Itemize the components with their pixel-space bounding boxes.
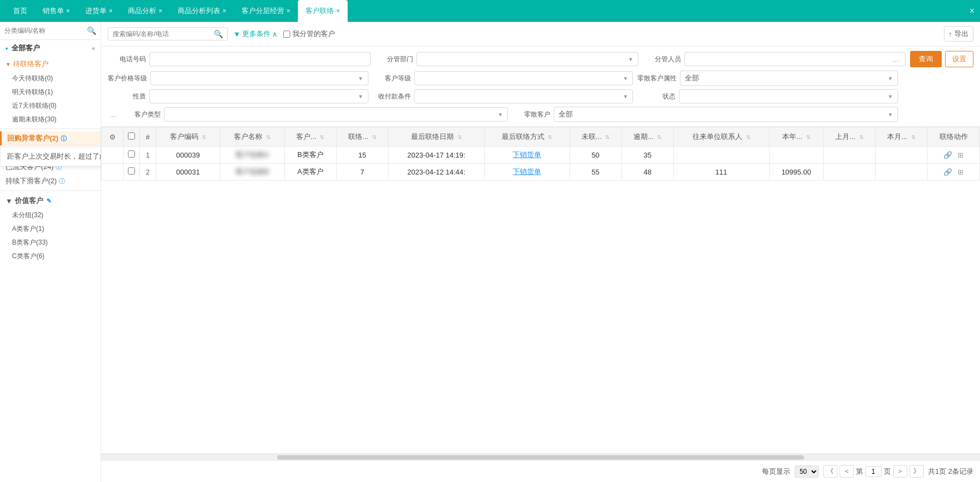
more-conditions-btn[interactable]: ▼ 更多条件 ∧ [233, 29, 278, 39]
info-icon-repurchase[interactable]: ⓘ [61, 135, 67, 143]
nav-close-product-analysis-list[interactable]: × [222, 7, 226, 15]
price-level-select[interactable]: ▼ [150, 71, 368, 85]
table-footer: 每页显示 50 《 ＜ 第 页 ＞ 》 共1页 2条记录 [101, 460, 980, 482]
manager-select[interactable]: ... [684, 52, 906, 66]
my-customers-check[interactable] [283, 31, 290, 38]
sort-year-icon[interactable]: ⇅ [806, 134, 811, 140]
row2-grid-icon[interactable]: ⊞ [958, 168, 964, 176]
sidebar-item-declining[interactable]: 持续下滑客户(2) ⓘ [0, 174, 101, 188]
nav-product-analysis[interactable]: 商品分析 × [120, 0, 170, 22]
sidebar-item-7days[interactable]: 近7天待联络(0) [0, 99, 101, 113]
nav-product-analysis-list[interactable]: 商品分析列表 × [170, 0, 234, 22]
export-btn[interactable]: ↑ 导出 [944, 26, 974, 42]
search-input[interactable] [113, 30, 214, 38]
row1-link-icon[interactable]: 🔗 [943, 151, 952, 159]
sort-thismonth-icon[interactable]: ⇅ [911, 134, 916, 140]
customer-type-select[interactable]: ▼ [164, 107, 508, 121]
filter-row-4: ... 客户类型 ▼ 零散客户 全部 ▼ [108, 107, 973, 122]
row1-action[interactable]: 🔗 ⊞ [928, 147, 980, 164]
select-all-checkbox[interactable] [128, 132, 135, 140]
first-page-btn[interactable]: 《 [823, 465, 837, 478]
sidebar-search-icon[interactable]: 🔍 [87, 26, 96, 35]
sidebar-search-input[interactable] [4, 27, 87, 34]
settings-button[interactable]: 设置 [945, 51, 973, 67]
top-nav: 首页 销售单 × 进货单 × 商品分析 × 商品分析列表 × 客户分层经营 × … [0, 0, 980, 22]
query-button[interactable]: 查询 [910, 51, 942, 67]
nav-purchase[interactable]: 进货单 × [78, 0, 120, 22]
row2-action[interactable]: 🔗 ⊞ [928, 164, 980, 181]
sort-code-icon[interactable]: ⇅ [202, 134, 206, 140]
sidebar-group2-title[interactable]: ▼ 价值客户 ✎ [0, 193, 101, 208]
retail-attr-select[interactable]: 全部 ▼ [680, 71, 898, 86]
prev-page-btn[interactable]: ＜ [840, 465, 854, 478]
sort-unit-icon[interactable]: ⇅ [746, 134, 750, 140]
sidebar-group-title-pending[interactable]: ▼ 待联络客户 [0, 56, 101, 72]
col-settings[interactable]: ⚙ [102, 127, 124, 147]
sidebar-item-b-class[interactable]: B类客户(33) [0, 236, 101, 249]
info-icon-declining[interactable]: ⓘ [59, 177, 65, 185]
page-size-select[interactable]: 50 [795, 466, 819, 478]
nav-customer-contact[interactable]: 客户联络 × [298, 0, 348, 22]
customer-level-select[interactable]: ▼ [414, 71, 633, 85]
next-page-btn[interactable]: ＞ [893, 465, 907, 478]
row1-last-method[interactable]: 下销货单 [484, 147, 570, 164]
sort-overdue-icon[interactable]: ⇅ [657, 134, 661, 140]
retail-customer-select[interactable]: 全部 ▼ [554, 107, 898, 122]
gender-select[interactable]: ▼ [149, 89, 368, 103]
row2-link-icon[interactable]: 🔗 [943, 168, 952, 176]
nav-home[interactable]: 首页 [5, 0, 35, 22]
sort-unreached-icon[interactable]: ⇅ [605, 134, 609, 140]
sidebar-item-overdue[interactable]: 逾期未联络(30) [0, 113, 101, 126]
nav-close-customer-contact[interactable]: × [336, 7, 340, 15]
sidebar-item-a-class[interactable]: A类客户(1) [0, 222, 101, 236]
sort-category-icon[interactable]: ⇅ [320, 134, 324, 140]
row1-check[interactable] [128, 150, 135, 158]
window-close-icon[interactable]: × [970, 6, 975, 16]
sort-date-icon[interactable]: ⇅ [457, 134, 462, 140]
page-input[interactable] [865, 466, 882, 477]
row1-checkbox[interactable] [124, 147, 140, 164]
nav-sales[interactable]: 销售单 × [35, 0, 78, 22]
sort-contact-icon[interactable]: ⇅ [372, 134, 377, 140]
col-checkbox [124, 127, 140, 147]
nav-close-sales[interactable]: × [66, 7, 70, 15]
sidebar-item-repurchase-abnormal[interactable]: 回购异常客户(2) ⓘ [0, 131, 101, 146]
row2-last-method[interactable]: 下销货单 [484, 164, 570, 181]
search-icon[interactable]: 🔍 [214, 30, 223, 38]
nav-close-product-analysis[interactable]: × [159, 7, 162, 15]
filter-row-2: 客户价格等级 ▼ 客户等级 ▼ 零散客户属性 全部 [108, 71, 973, 86]
sidebar-item-today[interactable]: 今天待联络(0) [0, 72, 101, 85]
phone-input[interactable] [149, 52, 371, 66]
sort-method-icon[interactable]: ⇅ [548, 134, 552, 140]
more-dots[interactable]: ... [108, 111, 118, 119]
horizontal-scrollbar[interactable] [101, 454, 980, 460]
row2-check[interactable] [128, 167, 135, 175]
customer-table: ⚙ # 客户编码 ⇅ 客户名称 ⇅ [101, 127, 980, 181]
col-last-contact-method: 最后联络方式 ⇅ [484, 127, 570, 147]
sidebar-collapse-btn[interactable]: « [92, 45, 95, 51]
scrollbar-thumb[interactable] [277, 455, 805, 460]
nav-close-purchase[interactable]: × [109, 7, 113, 15]
my-customers-checkbox[interactable]: 我分管的客户 [283, 29, 335, 39]
sidebar-all-customers[interactable]: ▪ 全部客户 « [0, 40, 101, 56]
status-select[interactable]: ▼ [679, 89, 898, 103]
nav-close-customer-segment[interactable]: × [286, 7, 290, 15]
sort-lastmonth-icon[interactable]: ⇅ [859, 134, 864, 140]
sidebar-item-unclassified[interactable]: 未分组(32) [0, 208, 101, 222]
sort-name-icon[interactable]: ⇅ [266, 134, 271, 140]
manager-dots[interactable]: ... [890, 55, 901, 63]
row2-overdue: 48 [621, 164, 673, 181]
sidebar-item-c-class[interactable]: C类客户(6) [0, 249, 101, 263]
gear-icon[interactable]: ⚙ [109, 133, 116, 141]
row1-grid-icon[interactable]: ⊞ [958, 151, 964, 159]
filter-retail-attr: 零散客户属性 全部 ▼ [637, 71, 898, 86]
col-overdue: 逾期... ⇅ [621, 127, 673, 147]
sidebar-item-tomorrow[interactable]: 明天待联络(1) [0, 85, 101, 99]
dept-select[interactable]: ▼ [416, 52, 638, 66]
row2-last-month [823, 164, 875, 181]
payment-select[interactable]: ▼ [414, 89, 633, 103]
nav-customer-segment[interactable]: 客户分层经营 × [234, 0, 298, 22]
edit-icon-value[interactable]: ✎ [46, 198, 51, 205]
row2-checkbox[interactable] [124, 164, 140, 181]
last-page-btn[interactable]: 》 [909, 465, 924, 478]
